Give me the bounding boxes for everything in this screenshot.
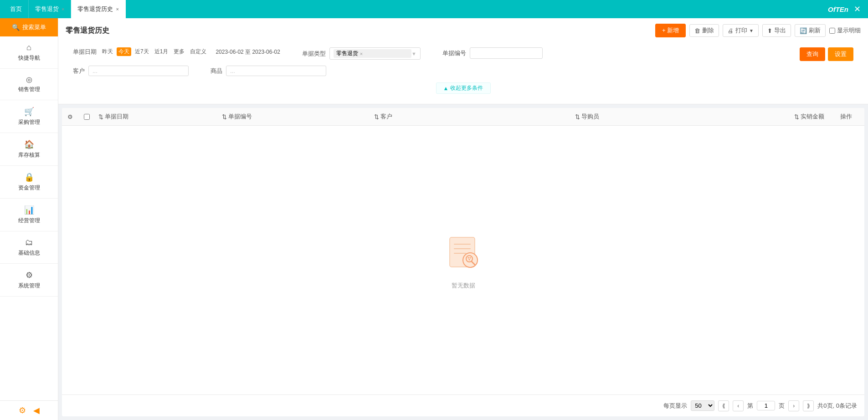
filter-goods: 商品 ... [211,66,326,76]
print-button[interactable]: 🖨 打印 ▼ [723,24,759,37]
collapse-button[interactable]: ▲ 收起更多条件 [436,82,491,94]
th-guide[interactable]: ⇅ 导购员 [571,108,724,125]
svg-point-7 [467,257,469,259]
type-filter-chevron-icon: ▼ [411,51,416,56]
sidebar-item-quick-nav[interactable]: ⌂ 快捷导航 [0,36,58,69]
brand-label: OfTEn [828,5,848,13]
th-operation-label: 操作 [840,113,852,121]
date-option-today[interactable]: 今天 [117,47,131,56]
sidebar-item-basic-label: 基础信息 [18,249,40,257]
collapse-sidebar-icon[interactable]: ◀ [33,405,40,415]
main-layout: 🔍 搜索菜单 ⌂ 快捷导航 ◎ 销售管理 🛒 采购管理 🏠 库存核算 🔒 资金管… [0,18,868,420]
th-check[interactable] [78,109,95,124]
next-page-button[interactable]: › [788,400,799,411]
page-label: 页 [779,402,785,410]
sidebar-item-sales-mgmt[interactable]: ◎ 销售管理 [0,69,58,100]
window-close-button[interactable]: ✕ [854,4,861,14]
refresh-button[interactable]: 🔄 刷新 [795,24,826,37]
tab-retail-return-close[interactable]: × [62,6,64,12]
home-icon: ⌂ [26,43,31,52]
filter-row-2: 客户 ... 商品 ... [73,66,853,76]
topbar-right: OfTEn ✕ [828,4,868,14]
sidebar-item-purchase-label: 采购管理 [18,118,40,126]
sidebar-item-operation-label: 经营管理 [18,217,40,225]
prev-page-button[interactable]: ‹ [733,400,744,411]
sidebar-item-inventory[interactable]: 🏠 库存核算 [0,133,58,166]
first-page-button[interactable]: ⟪ [718,400,729,411]
sidebar-item-basic-info[interactable]: 🗂 基础信息 [0,231,58,264]
th-date-label: 单据日期 [105,113,128,121]
sidebar-item-finance-mgmt[interactable]: 🔒 资金管理 [0,166,58,199]
page-header: 零售退货历史 + 新增 🗑 删除 🖨 打印 ▼ ⬆ 导出 [58,18,868,104]
filter-area: 单据日期 昨天 今天 近7天 近1月 更多 自定义 2023-06-02 至 2… [66,43,861,104]
th-operation: 操作 [828,108,864,125]
sidebar-item-quick-nav-label: 快捷导航 [18,54,40,62]
settings-icon[interactable]: ⚙ [19,405,26,415]
date-option-yesterday[interactable]: 昨天 [100,47,115,56]
tab-list: 首页 零售退货 × 零售退货历史 × [4,0,828,18]
last-page-button[interactable]: ⟫ [803,400,814,411]
export-label: 导出 [774,26,786,35]
customer-select[interactable]: ... [88,66,189,76]
goods-select[interactable]: ... [226,66,326,76]
sidebar-item-system-mgmt[interactable]: ⚙ 系统管理 [0,264,58,297]
sales-icon: ◎ [26,75,32,84]
page-title: 零售退货历史 [66,26,109,36]
th-number[interactable]: ⇅ 单据编号 [218,108,371,125]
query-button[interactable]: 查询 [800,47,825,61]
page-size-select[interactable]: 50 10 20 100 [691,400,714,411]
th-amount[interactable]: ⇅ 实销金额 [724,108,828,125]
sidebar-item-purchase-mgmt[interactable]: 🛒 采购管理 [0,100,58,133]
export-button[interactable]: ⬆ 导出 [762,24,791,37]
empty-state: 暂无数据 [62,126,864,394]
date-option-1month[interactable]: 近1月 [153,47,170,56]
pagination: 每页显示 50 10 20 100 ⟪ ‹ 第 页 › ⟫ 共0页, 0条记录 [62,394,864,416]
date-range-section: 2023-06-02 至 2023-06-02 [216,47,280,56]
type-filter-select[interactable]: 零售退货 × ▼ [329,47,421,60]
tab-retail-return-history-label: 零售退货历史 [77,5,113,13]
type-tag-remove[interactable]: × [360,51,363,56]
sidebar-item-inventory-label: 库存核算 [18,151,40,159]
tab-retail-return-history[interactable]: 零售退货历史 × [71,0,125,18]
pagination-summary: 共0页, 0条记录 [817,402,857,410]
tab-retail-return-history-close[interactable]: × [116,6,118,12]
filter-row-1: 单据日期 昨天 今天 近7天 近1月 更多 自定义 2023-06-02 至 2… [73,47,853,61]
sidebar-search[interactable]: 🔍 搜索菜单 [0,18,58,36]
sidebar-item-operation-mgmt[interactable]: 📊 经营管理 [0,199,58,231]
display-detail-checkbox-wrap[interactable]: 显示明细 [829,26,861,35]
doc-number-input[interactable] [470,47,543,59]
delete-button[interactable]: 🗑 删除 [689,24,719,37]
date-option-7days[interactable]: 近7天 [133,47,151,56]
new-button[interactable]: + 新增 [655,24,686,37]
page-size-label: 每页显示 [663,402,687,410]
sidebar-bottom: ⚙ ◀ [0,400,58,420]
date-option-more[interactable]: 更多 [172,47,186,56]
tab-retail-return[interactable]: 零售退货 × [29,0,71,18]
th-customer-sort-icon: ⇅ [374,113,379,120]
delete-label: 删除 [702,26,714,35]
settings-button[interactable]: 设置 [828,47,853,61]
column-settings-icon[interactable]: ⚙ [67,113,73,120]
page-input[interactable] [757,401,775,410]
select-all-checkbox[interactable] [84,114,90,120]
goods-placeholder: ... [230,67,235,74]
display-detail-checkbox[interactable] [829,28,835,34]
th-date-sort-icon: ⇅ [98,113,103,120]
th-customer[interactable]: ⇅ 客户 [370,108,571,125]
filter-doc-number: 单据编号 [442,47,543,59]
tab-retail-return-label: 零售退货 [35,5,59,13]
th-guide-label: 导购员 [581,113,599,121]
empty-illustration [441,230,486,276]
customer-label: 客户 [73,67,85,75]
goods-label: 商品 [211,67,222,75]
th-settings[interactable]: ⚙ [62,109,78,125]
date-option-custom[interactable]: 自定义 [188,47,208,56]
date-options: 昨天 今天 近7天 近1月 更多 自定义 [100,47,208,56]
tab-home[interactable]: 首页 [4,0,29,18]
type-filter-value: 零售退货 × [334,49,411,58]
customer-placeholder: ... [92,67,98,74]
tab-home-label: 首页 [10,5,22,13]
page-title-row: 零售退货历史 + 新增 🗑 删除 🖨 打印 ▼ ⬆ 导出 [66,24,861,37]
content-area: 零售退货历史 + 新增 🗑 删除 🖨 打印 ▼ ⬆ 导出 [58,18,868,420]
th-date[interactable]: ⇅ 单据日期 [95,108,218,125]
